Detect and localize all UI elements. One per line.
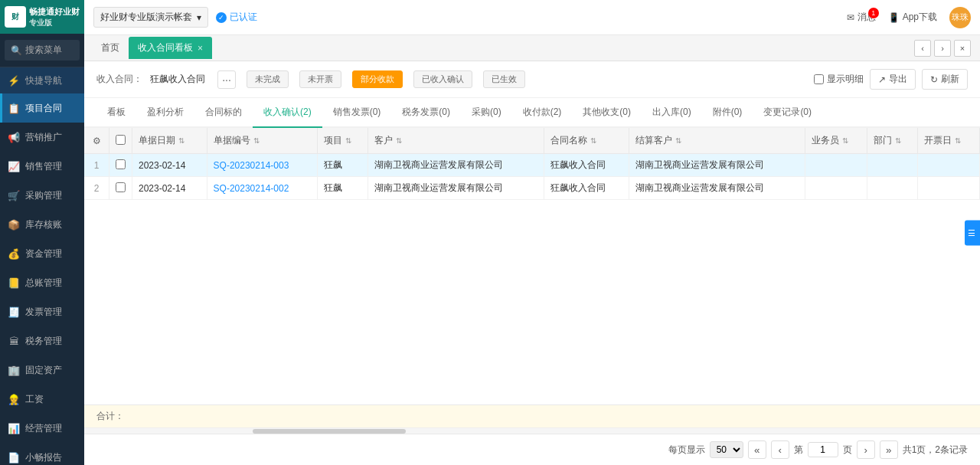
sidebar-item-tax[interactable]: 🏛 税务管理 bbox=[0, 326, 84, 355]
tab-payment[interactable]: 收付款(2) bbox=[512, 98, 573, 128]
last-page-button[interactable]: » bbox=[880, 440, 898, 459]
user-profile[interactable]: 珠珠 bbox=[949, 7, 971, 28]
general-icon: 📒 bbox=[7, 276, 21, 290]
status-partial-button[interactable]: 部分收款 bbox=[352, 70, 403, 88]
tab-income-confirm[interactable]: 收入确认(2) bbox=[253, 98, 322, 128]
prev-page-button[interactable]: ‹ bbox=[771, 440, 789, 459]
row-checkbox-1[interactable] bbox=[109, 154, 132, 177]
row-customer-1: 湖南卫视商业运营发展有限公司 bbox=[368, 154, 544, 177]
show-detail-input[interactable] bbox=[814, 74, 824, 84]
refresh-button[interactable]: ↻ 刷新 bbox=[922, 69, 968, 90]
contract-name-col-header[interactable]: 合同名称 ⇅ bbox=[544, 128, 629, 154]
select-all-checkbox[interactable] bbox=[116, 135, 126, 145]
tab-other-income[interactable]: 其他收支(0) bbox=[572, 98, 642, 128]
certified-badge: 已认证 bbox=[216, 11, 257, 24]
settlement-customer-col-header[interactable]: 结算客户 ⇅ bbox=[629, 128, 805, 154]
tabbar: 首页 收入合同看板 × ‹ › × bbox=[84, 35, 980, 61]
avatar: 珠珠 bbox=[949, 7, 971, 28]
sidebar-item-mini-reports[interactable]: 📄 小畅报告 bbox=[0, 443, 84, 465]
sidebar-item-operations[interactable]: 📊 经营管理 bbox=[0, 414, 84, 443]
message-button[interactable]: ✉ 消息 1 bbox=[847, 11, 876, 24]
invoice-date-col-header[interactable]: 开票日 ⇅ bbox=[918, 128, 980, 154]
tab-change-log[interactable]: 变更记录(0) bbox=[753, 98, 822, 128]
tab-profit[interactable]: 盈利分析 bbox=[136, 98, 194, 128]
show-detail-checkbox[interactable]: 显示明细 bbox=[814, 73, 864, 86]
selector-chevron-icon: ▾ bbox=[197, 12, 201, 23]
home-tab[interactable]: 首页 bbox=[93, 37, 127, 59]
sidebar-item-purchase[interactable]: 🛒 采购管理 bbox=[0, 181, 84, 210]
page-size-select[interactable]: 50 bbox=[710, 441, 743, 458]
sidebar-item-general[interactable]: 📒 总账管理 bbox=[0, 268, 84, 297]
tab-close-button[interactable]: × bbox=[954, 40, 971, 57]
row-checkbox-2[interactable] bbox=[109, 177, 132, 200]
more-options-button[interactable]: ··· bbox=[217, 70, 236, 89]
next-page-button[interactable]: › bbox=[857, 440, 875, 459]
table-row[interactable]: 2 2023-02-14 SQ-20230214-002 狂飙 湖南卫视商业运营… bbox=[84, 177, 980, 200]
salesperson-col-header[interactable]: 业务员 ⇅ bbox=[805, 128, 867, 154]
tab-tax-invoice[interactable]: 税务发票(0) bbox=[391, 98, 461, 128]
app-download-button[interactable]: 📱 App下载 bbox=[888, 11, 937, 24]
row-number-2[interactable]: SQ-20230214-002 bbox=[207, 177, 317, 200]
status-uninvoiced-button[interactable]: 未开票 bbox=[299, 70, 341, 88]
sidebar: 财 畅捷通好业财 专业版 🔍 搜索菜单 ⚡ 快捷导航 📋 项目合同 📢 营销推广… bbox=[0, 0, 84, 465]
row-customer-2: 湖南卫视商业运营发展有限公司 bbox=[368, 177, 544, 200]
column-settings-icon[interactable]: ⚙ bbox=[90, 135, 103, 147]
income-confirm-table: ⚙ 单据日期 ⇅ 单据编号 bbox=[84, 128, 980, 200]
date-sort-icon: ⇅ bbox=[178, 136, 185, 145]
sidebar-item-inventory[interactable]: 📦 库存核账 bbox=[0, 210, 84, 239]
labor-icon: 👷 bbox=[7, 392, 21, 406]
tab-kanban[interactable]: 看板 bbox=[96, 98, 136, 128]
tab-sales-invoice[interactable]: 销售发票(0) bbox=[322, 98, 392, 128]
export-button[interactable]: ↗ 导出 bbox=[870, 69, 916, 90]
tab-purchase[interactable]: 采购(0) bbox=[461, 98, 512, 128]
sidebar-item-fixed-assets[interactable]: 🏢 固定资产 bbox=[0, 355, 84, 385]
horizontal-scrollbar[interactable] bbox=[84, 427, 980, 434]
status-effective-button[interactable]: 已生效 bbox=[483, 70, 525, 88]
row-contract-name-2: 狂飙收入合同 bbox=[544, 177, 629, 200]
status-confirmed-button[interactable]: 已收入确认 bbox=[413, 70, 472, 88]
first-page-button[interactable]: « bbox=[748, 440, 766, 459]
sidebar-item-sales[interactable]: 📈 销售管理 bbox=[0, 152, 84, 181]
status-incomplete-button[interactable]: 未完成 bbox=[247, 70, 289, 88]
mini-reports-icon: 📄 bbox=[7, 450, 21, 464]
customer-col-header[interactable]: 客户 ⇅ bbox=[368, 128, 544, 154]
page-number-input[interactable] bbox=[808, 442, 838, 457]
scrollbar-thumb[interactable] bbox=[253, 429, 406, 434]
tab-attachment[interactable]: 附件(0) bbox=[702, 98, 753, 128]
sales-icon: 📈 bbox=[7, 159, 21, 173]
row-invoice-date-2 bbox=[918, 177, 980, 200]
purchase-icon: 🛒 bbox=[7, 188, 21, 202]
right-panel-button[interactable]: ☰ bbox=[965, 220, 980, 245]
message-icon: ✉ bbox=[847, 12, 854, 23]
income-contract-tab[interactable]: 收入合同看板 × bbox=[129, 37, 212, 59]
row-contract-name-1: 狂飙收入合同 bbox=[544, 154, 629, 177]
close-tab-button[interactable]: × bbox=[198, 43, 203, 54]
project-col-header[interactable]: 项目 ⇅ bbox=[317, 128, 368, 154]
sidebar-item-project[interactable]: 📋 项目合同 bbox=[0, 93, 84, 123]
tab-contract-std[interactable]: 合同标的 bbox=[194, 98, 253, 128]
message-badge: 1 bbox=[868, 8, 879, 18]
date-col-header[interactable]: 单据日期 ⇅ bbox=[132, 128, 207, 154]
table-row[interactable]: 1 2023-02-14 SQ-20230214-003 狂飙 湖南卫视商业运营… bbox=[84, 154, 980, 177]
row-project-2: 狂飙 bbox=[317, 177, 368, 200]
sidebar-item-marketing[interactable]: 📢 营销推广 bbox=[0, 123, 84, 152]
search-menu-button[interactable]: 🔍 搜索菜单 bbox=[5, 40, 80, 61]
department-col-header[interactable]: 部门 ⇅ bbox=[867, 128, 918, 154]
project-sort-icon: ⇅ bbox=[345, 136, 351, 145]
company-selector[interactable]: 好业财专业版演示帐套 ▾ bbox=[93, 7, 208, 28]
row-number-1[interactable]: SQ-20230214-003 bbox=[207, 154, 317, 177]
sidebar-item-quick-nav[interactable]: ⚡ 快捷导航 bbox=[0, 67, 84, 93]
sidebar-item-labor[interactable]: 👷 工资 bbox=[0, 385, 84, 414]
main-content: 好业财专业版演示帐套 ▾ 已认证 ✉ 消息 1 📱 App下载 珠珠 bbox=[84, 0, 980, 465]
invoice-date-sort-icon: ⇅ bbox=[955, 136, 961, 145]
tab-prev-button[interactable]: ‹ bbox=[914, 40, 931, 57]
number-col-header[interactable]: 单据编号 ⇅ bbox=[207, 128, 317, 154]
sidebar-item-invoice[interactable]: 🧾 发票管理 bbox=[0, 297, 84, 326]
fund-icon: 💰 bbox=[7, 247, 21, 260]
sidebar-item-fund[interactable]: 💰 资金管理 bbox=[0, 239, 84, 268]
tab-next-button[interactable]: › bbox=[934, 40, 951, 57]
tab-inout[interactable]: 出入库(0) bbox=[642, 98, 702, 128]
number-sort-icon: ⇅ bbox=[253, 136, 260, 145]
logo-icon: 财 bbox=[5, 6, 26, 28]
row-num-2: 2 bbox=[84, 177, 109, 200]
